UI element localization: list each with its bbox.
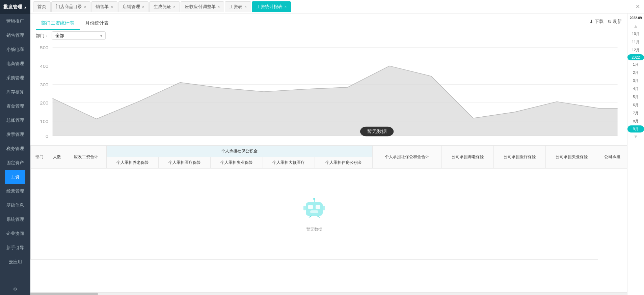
col-p-medical: 个人承担医疗保险: [159, 157, 211, 169]
download-icon: ⬇: [589, 19, 593, 24]
svg-text:暂无数据: 暂无数据: [367, 129, 387, 134]
table-scrollbar[interactable]: [30, 292, 627, 295]
tab-6[interactable]: 工资表×: [225, 1, 251, 12]
sidebar-item-库存核算[interactable]: 库存核算: [5, 85, 25, 99]
timeline-item-4[interactable]: 1月: [627, 61, 644, 68]
col-company-pension: 公司承担养老保险: [442, 146, 494, 169]
svg-line-22: [309, 216, 312, 217]
tab-bar-right: ✕: [634, 2, 641, 11]
tab-close-icon-5[interactable]: ×: [218, 5, 220, 9]
sidebar-item-营销推广[interactable]: 营销推广: [5, 14, 25, 28]
svg-text:100: 100: [40, 119, 48, 124]
col-company-unemployment: 公司承担失业保险: [546, 146, 598, 169]
sub-tab-0[interactable]: 部门工资统计表: [36, 18, 80, 30]
page-content: 部门工资统计表月份统计表 ⬇ 下载 ↻ 刷新 部门： 全: [30, 13, 627, 295]
timeline-current-display: 2022.09: [629, 15, 642, 21]
table-scrollbar-thumb[interactable]: [30, 293, 98, 295]
sidebar-item-发票管理[interactable]: 发票管理: [5, 127, 25, 142]
sidebar-item-资金管理[interactable]: 资金管理: [5, 99, 25, 113]
refresh-button[interactable]: ↻ 刷新: [608, 19, 622, 25]
timeline-down-button[interactable]: ▼: [632, 132, 640, 141]
sidebar-item-电商管理[interactable]: 电商管理: [5, 57, 25, 71]
tab-7[interactable]: 工资统计报表×: [252, 1, 291, 12]
tab-close-icon-3[interactable]: ×: [142, 5, 144, 9]
col-p-unemployment: 个人承担失业保险: [211, 157, 263, 169]
tab-5[interactable]: 应收应付调整单×: [181, 1, 224, 12]
tab-4[interactable]: 生成凭证×: [149, 1, 180, 12]
svg-rect-14: [306, 202, 323, 216]
col-personal-total: 个人承担社保公积金合计: [372, 146, 441, 169]
svg-point-19: [313, 198, 315, 200]
timeline-item-11[interactable]: 8月: [627, 117, 644, 125]
timeline-item-5[interactable]: 2月: [627, 69, 644, 77]
svg-rect-15: [308, 205, 313, 209]
tab-0[interactable]: 首页: [33, 1, 51, 12]
col-p-major-medical: 个人承担大额医疗: [263, 157, 315, 169]
svg-text:0: 0: [46, 134, 48, 139]
main-area: 首页门店商品目录×销售单×店铺管理×生成凭证×应收应付调整单×工资表×工资统计报…: [30, 0, 644, 295]
col-p-housing: 个人承担住房公积金: [315, 157, 372, 169]
timeline-item-0[interactable]: 10月: [627, 30, 644, 38]
sidebar-item-小畅电商[interactable]: 小畅电商: [5, 42, 25, 57]
svg-text:300: 300: [40, 82, 48, 87]
empty-text: 暂无数据: [306, 227, 322, 232]
toolbar: ⬇ 下载 ↻ 刷新: [584, 16, 627, 27]
sidebar-item-系统管理[interactable]: 系统管理: [5, 212, 25, 227]
timeline-item-2[interactable]: 12月: [627, 46, 644, 54]
sidebar-item-固定资产[interactable]: 固定资产: [5, 156, 25, 170]
tab-1[interactable]: 门店商品目录×: [51, 1, 90, 12]
tab-close-icon-7[interactable]: ×: [285, 5, 287, 9]
sub-tab-1[interactable]: 月份统计表: [80, 18, 114, 30]
table-area: 部门 人数 应发工资合计 个人承担社保公积金 个人承担社保公积金合计 公司承担养…: [30, 145, 627, 292]
timeline-item-1[interactable]: 11月: [627, 38, 644, 46]
department-select-wrapper[interactable]: 全部: [52, 31, 106, 40]
timeline-item-8[interactable]: 5月: [627, 93, 644, 101]
empty-state: 暂无数据: [44, 182, 584, 246]
chart-svg: 500 400 300 200 100 0: [36, 44, 622, 140]
sidebar-item-采购管理[interactable]: 采购管理: [5, 71, 25, 85]
timeline-item-12[interactable]: 9月: [627, 125, 644, 132]
sidebar-item-基础信息[interactable]: 基础信息: [5, 198, 25, 212]
download-button[interactable]: ⬇ 下载: [589, 19, 603, 25]
svg-text:400: 400: [40, 64, 48, 69]
timeline-panel: 2022.09 ▲ 10月11月12月20221月2月3月4月5月6月7月8月9…: [627, 13, 644, 295]
svg-rect-21: [323, 206, 325, 210]
sub-tabs: 部门工资统计表月份统计表: [30, 13, 584, 30]
settings-button[interactable]: ⚙: [0, 283, 30, 295]
timeline-item-10[interactable]: 7月: [627, 109, 644, 117]
close-all-button[interactable]: ✕: [634, 2, 641, 11]
empty-icon: [301, 196, 328, 223]
tab-2[interactable]: 销售单×: [91, 1, 117, 12]
table-row: 暂无数据: [31, 169, 627, 260]
sidebar-item-总账管理[interactable]: 总账管理: [5, 113, 25, 127]
svg-text:500: 500: [40, 45, 48, 50]
timeline-item-7[interactable]: 4月: [627, 85, 644, 93]
col-dept: 部门: [31, 146, 48, 169]
sidebar-item-销售管理[interactable]: 销售管理: [5, 28, 25, 42]
sidebar: 批发管理 ▲ 营销推广销售管理小畅电商电商管理采购管理库存核算资金管理总账管理发…: [0, 0, 30, 295]
sidebar-title: 批发管理 ▲: [0, 0, 30, 14]
sidebar-item-新手引导[interactable]: 新手引导: [5, 241, 25, 255]
svg-line-23: [317, 216, 320, 217]
tab-close-icon-6[interactable]: ×: [244, 5, 246, 9]
svg-rect-17: [310, 210, 318, 213]
sidebar-item-经营管理[interactable]: 经营管理: [5, 184, 25, 198]
svg-text:200: 200: [40, 100, 48, 106]
sidebar-item-云应用[interactable]: 云应用: [5, 255, 25, 269]
tab-close-icon-4[interactable]: ×: [173, 5, 175, 9]
sidebar-item-工资[interactable]: 工资: [5, 170, 25, 184]
timeline-item-9[interactable]: 6月: [627, 101, 644, 109]
tab-close-icon-2[interactable]: ×: [111, 5, 113, 9]
timeline-item-3[interactable]: 2022: [627, 54, 644, 60]
tab-3[interactable]: 店铺管理×: [118, 1, 149, 12]
refresh-icon: ↻: [608, 19, 612, 24]
filter-label: 部门：: [36, 33, 49, 39]
department-select[interactable]: 全部: [52, 31, 106, 40]
timeline-item-6[interactable]: 3月: [627, 77, 644, 85]
sidebar-item-企业协同[interactable]: 企业协同: [5, 227, 25, 241]
sidebar-item-税务管理[interactable]: 税务管理: [5, 142, 25, 156]
timeline-up-button[interactable]: ▲: [632, 22, 640, 30]
svg-rect-20: [303, 206, 306, 210]
tab-close-icon-1[interactable]: ×: [84, 5, 86, 9]
chevron-up-icon: ▲: [24, 5, 27, 9]
